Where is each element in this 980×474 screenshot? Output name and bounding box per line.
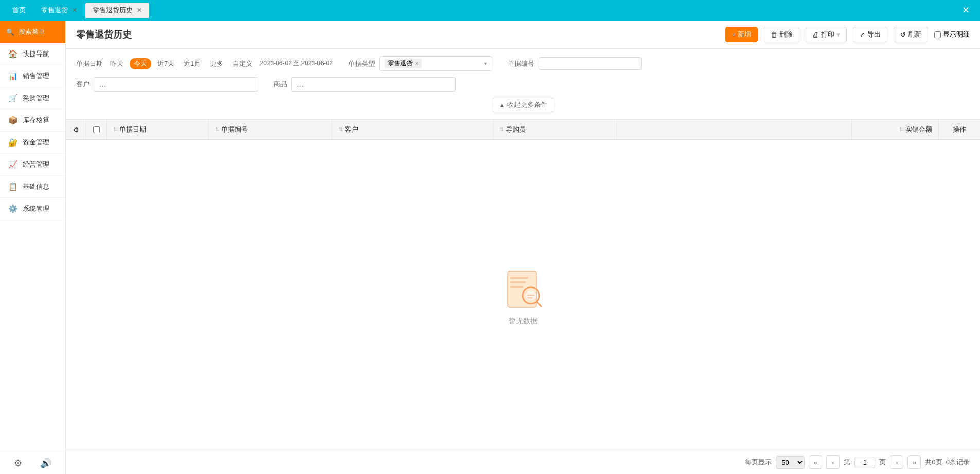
show-detail-checkbox-label[interactable]: 显示明细 [934, 30, 970, 39]
goods-filter-label: 商品 [274, 80, 287, 89]
svg-line-6 [537, 302, 541, 306]
window-close-button[interactable]: ✕ [957, 5, 975, 16]
date-opt-yesterday[interactable]: 昨天 [107, 58, 127, 69]
tab-retail-return-history[interactable]: 零售退货历史 ✕ [85, 3, 149, 18]
sidebar-item-system[interactable]: ⚙️ 系统管理 [0, 198, 65, 220]
select-all-checkbox[interactable] [93, 126, 100, 133]
lock-icon: 🔐 [8, 138, 17, 147]
search-icon: 🔍 [6, 28, 14, 36]
date-filter: 单据日期 昨天 今天 近7天 近1月 更多 自定义 2023-06-02 至 2… [76, 58, 333, 69]
per-page-select[interactable]: 50 10 20 100 [776, 456, 805, 469]
th-amount-label: 实销金额 [905, 125, 932, 134]
settings-bottom-icon[interactable]: ⚙ [14, 458, 22, 469]
date-opt-today[interactable]: 今天 [130, 58, 151, 69]
th-amount[interactable] [617, 120, 852, 139]
refresh-button[interactable]: ↺ 刷新 [894, 27, 928, 42]
clipboard-icon: 📋 [8, 182, 17, 191]
number-filter: 单据编号 [508, 57, 642, 70]
total-label: 共0页, 0条记录 [925, 458, 970, 467]
chart-icon: 📊 [8, 71, 17, 81]
goods-select[interactable]: ... [291, 77, 456, 92]
sidebar-search[interactable]: 🔍 搜索菜单 [0, 21, 65, 43]
date-opt-custom[interactable]: 自定义 [229, 58, 256, 69]
show-detail-label: 显示明细 [943, 30, 970, 39]
first-page-button[interactable]: « [809, 455, 822, 469]
page-input-prefix: 第 [844, 458, 850, 467]
sidebar-bottom: ⚙ 🔊 [0, 452, 65, 474]
collapse-label: 收起更多条件 [507, 100, 547, 110]
page-header: 零售退货历史 + 新增 🗑 删除 🖨 打印 ▾ ↗ 导出 ↺ [66, 21, 980, 49]
sidebar-item-system-label: 系统管理 [23, 204, 49, 213]
refresh-icon: ↺ [900, 31, 906, 39]
th-check[interactable] [86, 120, 107, 139]
customer-select[interactable]: ... [94, 77, 258, 92]
date-opt-last1month[interactable]: 近1月 [181, 58, 204, 69]
type-tag: 零售退货 ✕ [385, 59, 422, 68]
sidebar-item-inventory[interactable]: 📦 库存核算 [0, 110, 65, 132]
th-customer-label: 客户 [345, 125, 358, 134]
prev-page-button[interactable]: ‹ [826, 455, 840, 469]
sidebar-item-quick-nav-label: 快捷导航 [23, 49, 49, 59]
th-customer[interactable]: ⇅ 客户 [332, 120, 493, 139]
sidebar-item-finance-label: 资金管理 [23, 138, 49, 147]
content-area: 零售退货历史 + 新增 🗑 删除 🖨 打印 ▾ ↗ 导出 ↺ [66, 21, 980, 474]
type-chevron-icon: ▾ [484, 61, 487, 66]
collapse-button[interactable]: ▲ 收起更多条件 [492, 98, 554, 112]
th-guide-sort-icon: ⇅ [500, 127, 504, 132]
sidebar-item-base-info[interactable]: 📋 基础信息 [0, 176, 65, 198]
empty-state: 暂无数据 [66, 140, 980, 450]
tab-home[interactable]: 首页 [5, 3, 33, 18]
goods-ellipsis[interactable]: ... [297, 80, 304, 89]
box-icon: 📦 [8, 116, 17, 125]
tab-retail-return-label: 零售退货 [41, 6, 68, 15]
customer-ellipsis[interactable]: ... [99, 80, 106, 89]
table-container: ⚙ ⇅ 单据日期 ⇅ 单据编号 ⇅ 客户 ⇅ [66, 120, 980, 450]
export-icon: ↗ [860, 31, 865, 39]
delete-button[interactable]: 🗑 删除 [764, 27, 799, 42]
page-number-input[interactable] [854, 457, 875, 468]
svg-rect-8 [527, 297, 532, 299]
sidebar-item-finance[interactable]: 🔐 资金管理 [0, 132, 65, 154]
last-page-button[interactable]: » [907, 455, 921, 469]
home-icon: 🏠 [8, 49, 17, 59]
tab-bar: 首页 零售退货 ✕ 零售退货历史 ✕ ✕ [0, 0, 980, 21]
number-filter-input[interactable] [539, 57, 642, 70]
print-label: 打印 [821, 30, 834, 39]
tab-retail-return-history-close[interactable]: ✕ [137, 7, 142, 14]
type-select[interactable]: 零售退货 ✕ ▾ [379, 56, 492, 71]
date-filter-label: 单据日期 [76, 59, 103, 68]
th-no-sort-icon: ⇅ [215, 127, 219, 132]
goods-filter: 商品 ... [274, 77, 456, 92]
tab-retail-return-close[interactable]: ✕ [72, 7, 77, 14]
sidebar-item-sales[interactable]: 📊 销售管理 [0, 65, 65, 87]
sidebar-item-quick-nav[interactable]: 🏠 快捷导航 [0, 43, 65, 65]
th-gear[interactable]: ⚙ [66, 120, 86, 139]
next-page-button[interactable]: › [890, 455, 903, 469]
th-date[interactable]: ⇅ 单据日期 [107, 120, 209, 139]
sound-bottom-icon[interactable]: 🔊 [40, 458, 51, 469]
sidebar-item-operations[interactable]: 📈 经营管理 [0, 154, 65, 176]
th-guide[interactable]: ⇅ 导购员 [493, 120, 617, 139]
tab-retail-return[interactable]: 零售退货 ✕ [34, 3, 84, 18]
type-filter: 单据类型 零售退货 ✕ ▾ [348, 56, 492, 71]
svg-rect-1 [510, 277, 528, 279]
svg-rect-3 [510, 286, 523, 288]
show-detail-checkbox[interactable] [934, 31, 941, 38]
th-amount-col[interactable]: ⇅ 实销金额 [852, 120, 939, 139]
th-date-label: 单据日期 [119, 125, 146, 134]
sidebar-item-purchase[interactable]: 🛒 采购管理 [0, 87, 65, 110]
date-opt-last7[interactable]: 近7天 [154, 58, 177, 69]
type-tag-close[interactable]: ✕ [415, 61, 419, 66]
trending-icon: 📈 [8, 160, 17, 169]
date-options: 昨天 今天 近7天 近1月 更多 自定义 [107, 58, 256, 69]
export-button[interactable]: ↗ 导出 [853, 27, 887, 42]
print-chevron-icon: ▾ [836, 31, 840, 39]
delete-icon: 🗑 [771, 31, 777, 39]
print-button[interactable]: 🖨 打印 ▾ [806, 27, 847, 42]
new-button[interactable]: + 新增 [725, 27, 758, 42]
date-opt-more[interactable]: 更多 [207, 58, 226, 69]
page-input-suffix: 页 [879, 458, 886, 467]
empty-text: 暂无数据 [509, 317, 538, 326]
header-actions: + 新增 🗑 删除 🖨 打印 ▾ ↗ 导出 ↺ 刷新 [725, 27, 970, 42]
th-no[interactable]: ⇅ 单据编号 [209, 120, 333, 139]
